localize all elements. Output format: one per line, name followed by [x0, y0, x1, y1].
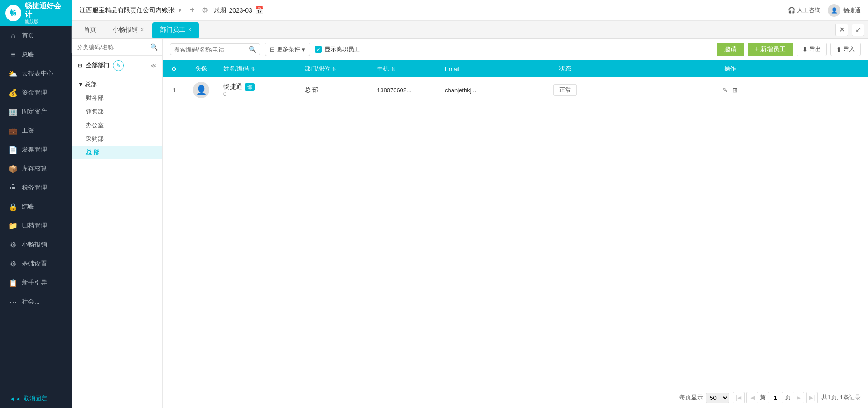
- gear-settings-icon[interactable]: ⚙: [171, 66, 177, 72]
- sidebar-item-more[interactable]: ⋯ 社会...: [0, 292, 72, 311]
- pager-prev-button[interactable]: ◀: [746, 392, 758, 403]
- dept-badge: 部: [245, 83, 255, 91]
- sidebar-item-label-tax: 税务管理: [22, 184, 47, 192]
- sidebar-item-general-ledger[interactable]: ≡ 总账: [0, 45, 72, 64]
- filter-icon: ⊟: [270, 46, 275, 53]
- sidebar-pin-toggle[interactable]: ◄◄ 取消固定: [0, 389, 72, 408]
- sidebar-item-label-bs: 基础设置: [22, 260, 47, 268]
- sidebar-item-label-fund: 资金管理: [22, 89, 47, 97]
- dept-edit-button[interactable]: ✎: [113, 60, 124, 71]
- invoice-icon: 📄: [9, 146, 17, 154]
- export-button[interactable]: ⬇ 导出: [797, 43, 827, 56]
- topbar-right: 🎧 人工咨询 👤 畅捷通: [788, 4, 861, 17]
- pager-first-button[interactable]: |◀: [733, 392, 745, 403]
- tab-close-button[interactable]: ✕: [835, 24, 848, 36]
- cloud-icon: ⛅: [9, 70, 17, 78]
- filter-button[interactable]: ⊟ 更多条件 ▾: [265, 43, 310, 56]
- filter-chevron-icon: ▾: [302, 46, 305, 53]
- dept-tree: ▼ 总部 财务部 销售部 办公室 采购部 总 部: [72, 76, 162, 408]
- invite-button[interactable]: 邀请: [717, 43, 744, 56]
- grid-icon: ⊞: [78, 62, 82, 69]
- employee-search-icon[interactable]: 🔍: [249, 46, 256, 53]
- avatar: 👤: [828, 4, 840, 17]
- sidebar-item-cloud-report[interactable]: ⛅ 云报表中心: [0, 64, 72, 83]
- sidebar-item-xiaochang[interactable]: ⚙ 小畅报销: [0, 235, 72, 254]
- user-menu[interactable]: 👤 畅捷通: [828, 4, 861, 17]
- sidebar-item-home[interactable]: ⌂ 首页: [0, 26, 72, 45]
- import-button[interactable]: ⬆ 导入: [830, 43, 861, 56]
- sidebar-item-payroll[interactable]: 💼 工资: [0, 121, 72, 140]
- pager-next-button[interactable]: ▶: [793, 392, 804, 403]
- pager-page-suffix: 页: [785, 394, 791, 402]
- tabs-actions: ✕ ⤢: [835, 24, 864, 36]
- dept-child-bangongshi[interactable]: 办公室: [72, 119, 162, 132]
- pin-icon: ◄◄: [9, 395, 21, 402]
- dept-search-icon[interactable]: 🔍: [150, 43, 158, 51]
- employee-search-input[interactable]: [174, 46, 246, 53]
- edit-icon[interactable]: ✎: [722, 86, 728, 94]
- sidebar-item-fund[interactable]: 💰 资金管理: [0, 83, 72, 102]
- status-badge: 正常: [553, 84, 577, 96]
- topbar: 江西服宝精品有限责任公司内账张 ▼ + ⚙ 账期 2023-03 📅 🎧 人工咨…: [72, 0, 868, 21]
- toolbar-right: 邀请 + 新增员工 ⬇ 导出 ⬆ 导入: [717, 43, 861, 56]
- calendar-icon: 📅: [255, 6, 264, 14]
- sidebar-item-label-payroll: 工资: [22, 127, 34, 135]
- service-label: 人工咨询: [797, 6, 821, 14]
- filter-label: 更多条件: [277, 45, 300, 53]
- settings-gear-icon[interactable]: ⚙: [202, 6, 208, 14]
- pager-input[interactable]: [768, 392, 783, 403]
- dept-parent-zongbu: ▼ 总部: [72, 78, 162, 91]
- col-name[interactable]: 姓名/编码 ⇅: [217, 60, 298, 77]
- tab-xiaochang[interactable]: 小畅报销 ×: [105, 22, 151, 38]
- company-name: 江西服宝精品有限责任公司内账张: [80, 6, 175, 14]
- sidebar-item-label-inv2: 库存核算: [22, 165, 47, 173]
- sidebar-item-label-archive: 归档管理: [22, 222, 47, 230]
- more-icon: ⋯: [9, 298, 17, 306]
- tab-expand-button[interactable]: ⤢: [852, 24, 864, 36]
- dept-child-xiaoshoubu[interactable]: 销售部: [72, 105, 162, 119]
- assets-icon: 🏢: [9, 108, 17, 116]
- sidebar-item-tax[interactable]: 🏛 税务管理: [0, 178, 72, 197]
- col-dept[interactable]: 部门/职位 ⇅: [298, 60, 371, 77]
- service-button[interactable]: 🎧 人工咨询: [788, 6, 821, 14]
- dept-search-input[interactable]: [77, 44, 147, 51]
- period-label: 账期: [213, 6, 226, 14]
- sidebar-item-closing[interactable]: 🔒 结账: [0, 197, 72, 216]
- show-resigned-toggle[interactable]: ✓ 显示离职员工: [315, 45, 360, 53]
- logo-sub: 旗舰版: [25, 19, 67, 25]
- sidebar-item-guide[interactable]: 📋 新手引导: [0, 273, 72, 292]
- ledger-icon: ≡: [9, 51, 17, 59]
- tab-xiaochang-close[interactable]: ×: [141, 27, 144, 33]
- logout-icon[interactable]: ⊞: [732, 86, 738, 94]
- pager: |◀ ◀ 第 页 ▶ ▶|: [733, 392, 818, 403]
- sidebar-item-basic-settings[interactable]: ⚙ 基础设置: [0, 254, 72, 273]
- per-page-select[interactable]: 50 10 20 100: [706, 393, 729, 403]
- main-area: 江西服宝精品有限责任公司内账张 ▼ + ⚙ 账期 2023-03 📅 🎧 人工咨…: [72, 0, 868, 408]
- ops-icons: ✎ ⊞: [599, 86, 862, 94]
- collapse-icon[interactable]: ≪: [150, 62, 157, 69]
- add-employee-button[interactable]: + 新增员工: [748, 43, 793, 56]
- dept-search-box: 🔍: [72, 39, 162, 56]
- name-wrapper: 畅捷通 部: [223, 83, 292, 91]
- sidebar-item-inventory[interactable]: 📦 库存核算: [0, 159, 72, 178]
- dept-child-caigoubu[interactable]: 采购部: [72, 132, 162, 146]
- content-area: 🔍 ⊞ 全部部门 ✎ ≪ ▼ 总部 财务部 销售部 办公室 采购部 总 部: [72, 39, 868, 408]
- add-company-button[interactable]: +: [188, 5, 197, 15]
- sidebar-item-fixed-assets[interactable]: 🏢 固定资产: [0, 102, 72, 121]
- col-phone[interactable]: 手机 ⇅: [371, 60, 439, 77]
- sidebar-item-archive[interactable]: 📁 归档管理: [0, 216, 72, 235]
- inventory-icon: 📦: [9, 165, 17, 173]
- tab-dept[interactable]: 部门员工 ×: [152, 22, 199, 38]
- pager-page-label: 第: [760, 394, 766, 402]
- sidebar-item-invoice[interactable]: 📄 发票管理: [0, 140, 72, 159]
- total-info: 共1页, 1条记录: [821, 394, 861, 402]
- import-label: 导入: [843, 45, 855, 53]
- company-selector[interactable]: 江西服宝精品有限责任公司内账张 ▼: [80, 6, 183, 14]
- dept-child-zongbu[interactable]: 总 部: [72, 146, 162, 159]
- user-name: 畅捷通: [843, 6, 861, 14]
- pager-last-button[interactable]: ▶|: [806, 392, 818, 403]
- dept-child-caiwubu[interactable]: 财务部: [72, 91, 162, 105]
- period-selector[interactable]: 账期 2023-03 📅: [213, 6, 264, 14]
- tab-home[interactable]: 首页: [76, 22, 104, 38]
- tab-dept-close[interactable]: ×: [188, 27, 191, 33]
